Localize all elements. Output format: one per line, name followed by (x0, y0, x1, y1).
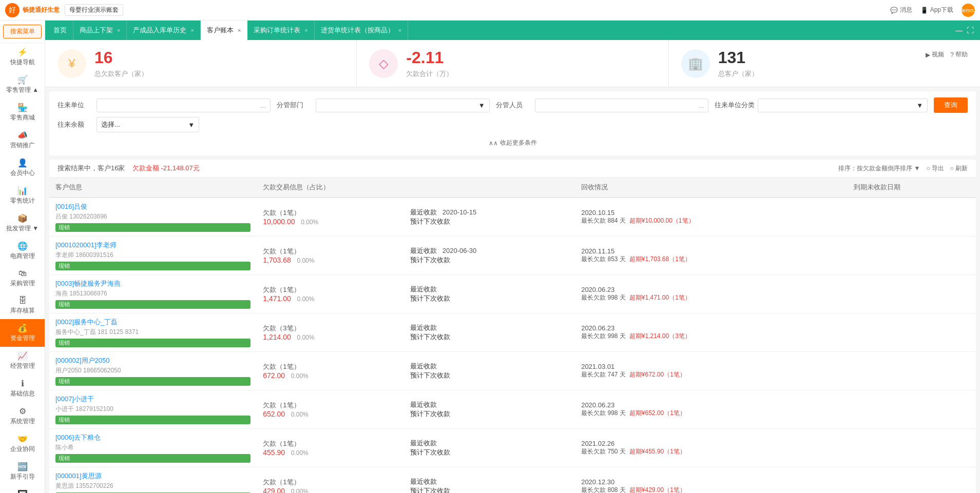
table-row: [0007]小进干 小进干 18279152100 现销 欠款（1笔） 652.… (49, 390, 976, 429)
customer-name-link-0[interactable]: [0016]吕俊 (55, 202, 251, 211)
overdue-link-3[interactable]: 超期¥1,214.00（3笔） (629, 332, 691, 340)
customer-name-link-1[interactable]: [0001020001]李老师 (55, 241, 251, 250)
top-bar-right: 💬 消息 📱 App下载 demo2 (890, 4, 975, 17)
sidebar-item-operations[interactable]: 📈 经营管理 (0, 347, 45, 374)
sidebar-item-inventory[interactable]: 🗄 库存核算 (0, 292, 45, 319)
cell-recovery-0: 最近收款 2020-10-15 预计下次收款 (404, 198, 575, 236)
customer-meta-0: 吕俊 13026203696 (55, 212, 251, 221)
purchase-icon: 🛍 (3, 269, 42, 278)
cell-debt-info-0: 欠款（1笔） 10,000.00 0.00% (257, 198, 404, 236)
due-date-4: 2021.03.01 (581, 363, 841, 370)
due-date-6: 2021.02.26 (581, 440, 841, 447)
overdue-link-2[interactable]: 超期¥1,471.00（1笔） (629, 294, 691, 301)
manager-dots: ... (698, 102, 704, 109)
customer-name-link-4[interactable]: [000002]用户2050 (55, 356, 251, 365)
sidebar-item-enterprise-collab[interactable]: 🤝 企业协同 (0, 430, 45, 458)
debt-amount-6[interactable]: 455.90 (263, 448, 285, 457)
due-date-3: 2020.06.23 (581, 324, 841, 332)
overdue-link-4[interactable]: 超期¥672.00（1笔） (629, 371, 686, 378)
debt-amount-5[interactable]: 652.00 (263, 410, 285, 418)
customer-meta-5: 小进干 18279152100 (55, 405, 251, 413)
customer-name-link-5[interactable]: [0007]小进干 (55, 395, 251, 404)
overdue-link-6[interactable]: 超期¥455.90（1笔） (629, 448, 686, 455)
dept-select[interactable]: ▼ (316, 98, 490, 112)
due-date-5: 2020.06.23 (581, 401, 841, 409)
sidebar-item-purchase[interactable]: 🛍 采购管理 (0, 265, 45, 292)
sidebar-item-system[interactable]: ⚙ 系统管理 (0, 402, 45, 430)
sidebar-item-guide[interactable]: 🆕 新手引导 (0, 458, 45, 485)
sidebar-item-app-center[interactable]: 🔲 应用中心 (0, 485, 45, 493)
industry-dropdown[interactable]: 母婴行业演示账套 (65, 4, 123, 16)
tab-close-products-on-off[interactable]: × (117, 27, 120, 33)
sidebar-item-quick-nav[interactable]: ⚡ 快捷导航 (0, 43, 45, 71)
source-unit-input[interactable]: ... (97, 98, 271, 112)
sidebar-item-member-center[interactable]: 👤 会员中心 (0, 154, 45, 182)
customer-name-link-3[interactable]: [0002]服务中心_丁磊 (55, 318, 251, 327)
sidebar-item-retail-stats[interactable]: 📊 零售统计 (0, 182, 45, 209)
debt-amount-7[interactable]: 429.00 (263, 487, 285, 493)
sidebar-item-finance[interactable]: 💰 资金管理 (0, 319, 45, 347)
cell-recovery-2: 最近收款 预计下次收款 (404, 275, 575, 313)
cell-recovery-5: 最近收款 预计下次收款 (404, 390, 575, 429)
tab-bar: 首页 商品上下架 × 产成品入库单历史 × 客户账本 × 采购订单统计表 × (45, 21, 980, 40)
overdue-link-7[interactable]: 超期¥429.00（1笔） (629, 486, 686, 493)
app-download-button[interactable]: 📱 App下载 (920, 6, 953, 14)
message-button[interactable]: 💬 消息 (890, 6, 912, 14)
manager-input[interactable]: ... (535, 98, 709, 112)
sidebar-item-retail-management[interactable]: 🛒 零售管理 ▲ (0, 71, 45, 98)
tab-close-customer-account[interactable]: × (238, 27, 241, 33)
tab-close-product-history[interactable]: × (190, 27, 194, 33)
sidebar-item-retail-shop[interactable]: 🏪 零售商城 (0, 98, 45, 126)
debt-amount-4[interactable]: 672.00 (263, 371, 285, 380)
unit-category-dropdown-icon: ▼ (916, 102, 923, 109)
customer-name-link-2[interactable]: [0003]畅捷服务尹海燕 (55, 279, 251, 288)
avatar[interactable]: demo2 (962, 4, 975, 17)
next-collection-6: 预计下次收款 (410, 448, 569, 457)
overdue-link-0[interactable]: 超期¥10,000.00（1笔） (629, 217, 695, 224)
collapse-filter-button[interactable]: ∧∧ 收起更多条件 (57, 136, 968, 149)
total-customers-label: 总客户（家） (718, 69, 758, 78)
tab-minimize-icon[interactable]: — (955, 26, 963, 34)
overdue-link-1[interactable]: 超期¥1,703.68（1笔） (629, 255, 691, 263)
next-collection-1: 预计下次收款 (410, 255, 569, 265)
search-menu-button[interactable]: 搜索菜单 (3, 25, 42, 38)
tab-customer-account[interactable]: 客户账本 × (201, 21, 247, 40)
debt-info-6: 欠款（1笔） 455.90 0.00% (263, 439, 398, 457)
recovery-info-2: 最近收款 预计下次收款 (410, 285, 569, 303)
tab-purchase-order-stat[interactable]: 采购订单统计表 × (247, 21, 314, 40)
unit-category-select[interactable]: ▼ (758, 98, 928, 112)
tab-home[interactable]: 首页 (47, 21, 73, 40)
help-video-button[interactable]: ▶ 视频 (926, 50, 944, 59)
sidebar-item-batch-management[interactable]: 📦 批发管理 ▼ (0, 209, 45, 237)
sidebar-item-marketing[interactable]: 📣 营销推广 (0, 126, 45, 154)
overdue-days-7: 最长欠款 808 天 (581, 486, 627, 493)
overdue-link-5[interactable]: 超期¥652.00（1笔） (629, 409, 686, 417)
tab-close-purchase-stat-by-product[interactable]: × (398, 27, 401, 33)
filter-row-1: 往来单位 ... 分管部门 ▼ (57, 97, 968, 113)
latest-collection-label-3: 最近收款 (410, 324, 437, 331)
sort-select[interactable]: 排序：按欠款金额倒序排序 ▼ (838, 164, 920, 173)
debt-amount-2[interactable]: 1,471.00 (263, 294, 291, 303)
latest-collection-label-5: 最近收款 (410, 401, 437, 408)
search-button[interactable]: 查询 (934, 97, 968, 113)
tab-purchase-stat-by-product[interactable]: 进货单统计表（按商品） × (315, 21, 408, 40)
balance-select[interactable]: 选择... ▼ (97, 117, 199, 132)
tab-products-on-off[interactable]: 商品上下架 × (73, 21, 127, 40)
tab-close-purchase-order-stat[interactable]: × (304, 27, 308, 33)
help-button[interactable]: ? 帮助 (950, 50, 968, 59)
export-button[interactable]: ○ 导出 (927, 164, 944, 173)
customer-tag-5: 现销 (55, 416, 251, 424)
debt-amount-3[interactable]: 1,214.00 (263, 333, 291, 341)
debt-amount-1[interactable]: 1,703.68 (263, 256, 291, 264)
sidebar-item-basic-info[interactable]: ℹ 基础信息 (0, 374, 45, 402)
tab-product-history[interactable]: 产成品入库单历史 × (127, 21, 200, 40)
sort-label: 排序：按欠款金额倒序排序 (838, 164, 912, 173)
debt-amount-0[interactable]: 10,000.00 (263, 218, 295, 226)
customer-name-link-6[interactable]: [0006]去下粮仓 (55, 433, 251, 442)
customer-meta-4: 用户2050 18665062050 (55, 366, 251, 375)
tab-maximize-icon[interactable]: ⛶ (967, 26, 974, 34)
sidebar-item-ecommerce[interactable]: 🌐 电商管理 (0, 237, 45, 265)
customer-name-link-7[interactable]: [000001]黄思源 (55, 471, 251, 481)
refresh-button[interactable]: ○ 刷新 (950, 164, 968, 173)
unit-category-label: 往来单位分类 (715, 101, 755, 110)
